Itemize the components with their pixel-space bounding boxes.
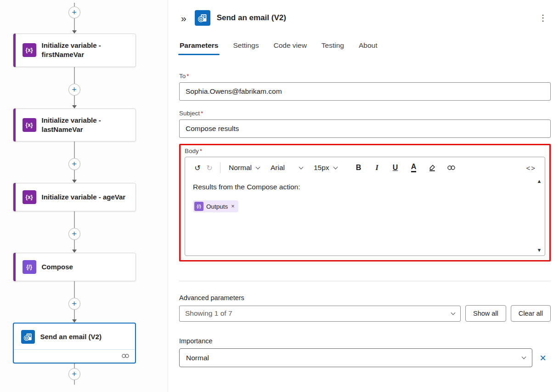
connector-line bbox=[74, 96, 75, 105]
subject-label: Subject* bbox=[179, 110, 551, 117]
connector-line bbox=[74, 281, 75, 298]
add-action-button[interactable]: + bbox=[68, 368, 80, 380]
collapse-panel-icon[interactable]: » bbox=[179, 12, 188, 24]
more-options-icon[interactable]: ⋮ bbox=[535, 12, 551, 24]
tab-testing[interactable]: Testing bbox=[321, 40, 344, 55]
connector-line bbox=[74, 3, 75, 6]
variable-icon: {x} bbox=[23, 190, 36, 204]
editor-toolbar: ↺ ↻ Normal Arial 15px B I U A bbox=[185, 157, 545, 176]
outlook-icon bbox=[195, 10, 210, 26]
bold-button[interactable]: B bbox=[353, 161, 365, 174]
connector-line bbox=[74, 380, 75, 385]
font-size-dropdown[interactable]: 15px bbox=[310, 161, 341, 174]
chevron-down-icon bbox=[299, 165, 304, 169]
italic-button[interactable]: I bbox=[371, 161, 383, 174]
required-asterisk: * bbox=[200, 148, 202, 154]
toolbar-divider bbox=[220, 162, 220, 173]
body-text: Results from the Compose action: bbox=[193, 183, 529, 191]
arrow-down-icon bbox=[72, 30, 77, 34]
body-editor-content[interactable]: Results from the Compose action: {/} Out… bbox=[185, 176, 545, 256]
node-label: Send an email (V2) bbox=[40, 332, 102, 341]
chevron-down-icon bbox=[522, 355, 526, 359]
node-initialize-firstnamevar[interactable]: {x} Initialize variable - firstNameVar bbox=[13, 34, 136, 67]
action-details-panel: » Send an email (V2) ⋮ Parameters Settin… bbox=[168, 0, 559, 392]
node-compose[interactable]: {/} Compose bbox=[13, 253, 136, 281]
annotation-highlight-red-box: Body* ↺ ↻ Normal Arial 15px B bbox=[179, 144, 551, 261]
node-send-email[interactable]: Send an email (V2) bbox=[13, 323, 136, 364]
highlight-color-icon[interactable] bbox=[426, 161, 438, 174]
connection-icon[interactable] bbox=[121, 352, 130, 360]
add-action-button[interactable]: + bbox=[68, 298, 80, 310]
to-label: To* bbox=[179, 73, 551, 80]
node-label: Initialize variable - lastNameVar bbox=[42, 116, 129, 135]
tab-about[interactable]: About bbox=[358, 40, 378, 55]
advanced-parameters-dropdown[interactable]: Showing 1 of 7 bbox=[179, 306, 461, 322]
subject-input[interactable] bbox=[179, 119, 551, 138]
workflow-canvas: + {x} Initialize variable - firstNameVar… bbox=[0, 0, 168, 392]
code-view-icon[interactable]: <> bbox=[524, 161, 538, 174]
arrow-down-icon bbox=[72, 180, 77, 183]
connector-line bbox=[74, 18, 75, 30]
required-asterisk: * bbox=[186, 73, 189, 80]
clear-field-icon[interactable]: × bbox=[539, 352, 551, 364]
page-title: Send an email (V2) bbox=[217, 13, 286, 23]
outlook-icon bbox=[21, 330, 35, 344]
scroll-down-icon[interactable]: ▼ bbox=[536, 246, 543, 254]
accent-bar bbox=[13, 183, 16, 211]
node-label: Compose bbox=[42, 262, 73, 272]
node-initialize-lastnamevar[interactable]: {x} Initialize variable - lastNameVar bbox=[13, 108, 136, 142]
tab-settings[interactable]: Settings bbox=[232, 40, 259, 55]
connector-line bbox=[74, 67, 75, 84]
variable-icon: {x} bbox=[23, 118, 36, 132]
connector: + bbox=[68, 364, 80, 385]
variable-icon: {x} bbox=[23, 43, 36, 57]
importance-row: Normal × bbox=[179, 348, 551, 367]
tab-code-view[interactable]: Code view bbox=[273, 40, 307, 55]
connector: + bbox=[68, 142, 80, 183]
connector-line bbox=[74, 170, 75, 180]
scroll-up-icon[interactable]: ▲ bbox=[536, 177, 543, 185]
panel-header: » Send an email (V2) ⋮ bbox=[179, 10, 551, 26]
add-action-button[interactable]: + bbox=[68, 228, 80, 240]
undo-icon[interactable]: ↺ bbox=[192, 161, 203, 174]
tab-parameters[interactable]: Parameters bbox=[179, 40, 219, 55]
arrow-down-icon bbox=[72, 105, 77, 108]
connector-line bbox=[74, 142, 75, 158]
paragraph-style-dropdown[interactable]: Normal bbox=[225, 161, 263, 174]
compose-token-icon: {/} bbox=[194, 202, 203, 211]
show-all-button[interactable]: Show all bbox=[465, 305, 506, 322]
connector-line bbox=[74, 310, 75, 319]
connector: + bbox=[68, 67, 80, 108]
importance-dropdown[interactable]: Normal bbox=[179, 348, 532, 367]
clear-all-button[interactable]: Clear all bbox=[511, 305, 551, 322]
connector: + bbox=[68, 211, 80, 253]
connector: + bbox=[68, 3, 80, 34]
tab-bar: Parameters Settings Code view Testing Ab… bbox=[179, 40, 551, 55]
outputs-token[interactable]: {/} Outputs × bbox=[193, 200, 238, 212]
link-icon[interactable] bbox=[445, 161, 458, 174]
add-action-button[interactable]: + bbox=[68, 84, 80, 96]
arrow-down-icon bbox=[72, 319, 77, 323]
underline-button[interactable]: U bbox=[390, 161, 401, 174]
text-color-button[interactable]: A bbox=[408, 161, 420, 174]
body-label: Body* bbox=[185, 148, 545, 154]
chevron-down-icon bbox=[333, 165, 338, 169]
rich-text-editor: ↺ ↻ Normal Arial 15px B I U A bbox=[185, 157, 545, 256]
editor-scrollbar[interactable]: ▲ ▼ bbox=[535, 177, 543, 254]
accent-bar bbox=[13, 253, 16, 281]
font-family-dropdown[interactable]: Arial bbox=[267, 161, 306, 174]
arrow-down-icon bbox=[72, 250, 77, 253]
node-initialize-agevar[interactable]: {x} Initialize variable - ageVar bbox=[13, 183, 136, 211]
compose-icon: {/} bbox=[23, 260, 36, 274]
chevron-down-icon bbox=[256, 165, 260, 169]
node-label: Initialize variable - firstNameVar bbox=[42, 41, 129, 60]
connector-line bbox=[74, 240, 75, 250]
remove-token-icon[interactable]: × bbox=[231, 203, 234, 210]
advanced-parameters-row: Showing 1 of 7 Show all Clear all bbox=[179, 305, 551, 322]
to-input[interactable] bbox=[179, 82, 551, 101]
advanced-parameters-label: Advanced parameters bbox=[179, 294, 551, 301]
add-action-button[interactable]: + bbox=[68, 158, 80, 170]
add-action-button[interactable]: + bbox=[68, 6, 80, 18]
chevron-down-icon bbox=[451, 310, 456, 315]
redo-icon[interactable]: ↻ bbox=[203, 161, 215, 174]
